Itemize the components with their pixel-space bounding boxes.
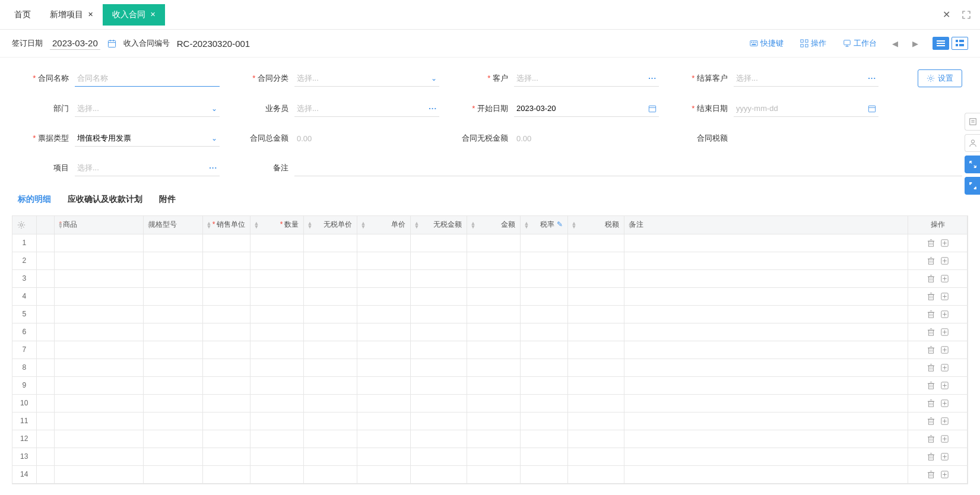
cell-spec[interactable] — [143, 341, 202, 358]
cell-notax-price[interactable] — [303, 287, 357, 305]
table-row[interactable]: 10 — [12, 394, 968, 412]
delete-icon[interactable] — [927, 399, 935, 407]
lookup-icon[interactable]: ··· — [868, 74, 876, 82]
cell-sale-unit[interactable] — [202, 448, 250, 465]
col-price[interactable]: ▲▼单价 — [357, 216, 410, 234]
cell-product[interactable] — [54, 341, 143, 358]
chevron-down-icon[interactable]: ⌄ — [211, 134, 217, 142]
cell-spec[interactable] — [143, 376, 202, 394]
cell-spec[interactable] — [143, 305, 202, 323]
delete-icon[interactable] — [927, 417, 935, 425]
cell-notax-amount[interactable] — [410, 376, 467, 394]
cell-notax-price[interactable] — [303, 358, 357, 376]
gear-column[interactable] — [12, 216, 36, 234]
cell-price[interactable] — [357, 305, 410, 323]
cell-tax-rate[interactable] — [520, 269, 567, 287]
tab-income-contract[interactable]: 收入合同 ✕ — [103, 4, 165, 26]
close-icon[interactable]: ✕ — [88, 11, 93, 18]
cell-price[interactable] — [357, 234, 410, 252]
settings-button[interactable]: 设置 — [918, 69, 962, 87]
cell-product[interactable] — [54, 358, 143, 376]
col-tax-rate[interactable]: ▲▼税率✎ — [520, 216, 567, 234]
col-notax-amount[interactable]: ▲▼无税金额 — [410, 216, 467, 234]
cell-product[interactable] — [54, 287, 143, 305]
cell-sale-unit[interactable] — [202, 358, 250, 376]
cell-price[interactable] — [357, 376, 410, 394]
cell-tax-rate[interactable] — [520, 234, 567, 252]
cell-product[interactable] — [54, 430, 143, 448]
lookup-icon[interactable]: ··· — [209, 163, 217, 172]
cell-qty[interactable] — [250, 341, 303, 358]
add-row-icon[interactable] — [941, 293, 949, 300]
cell-amount[interactable] — [467, 358, 520, 376]
add-row-icon[interactable] — [941, 435, 949, 443]
card-view-icon[interactable] — [952, 37, 968, 50]
add-row-icon[interactable] — [941, 453, 949, 461]
cell-qty[interactable] — [250, 430, 303, 448]
cell-remark[interactable] — [624, 430, 908, 448]
cell-tax-rate[interactable] — [520, 412, 567, 430]
cell-tax-rate[interactable] — [520, 287, 567, 305]
cell-tax[interactable] — [567, 358, 624, 376]
sort-icon[interactable]: ▲▼ — [471, 221, 476, 229]
cell-notax-price[interactable] — [303, 448, 357, 465]
subtab-attachment[interactable]: 附件 — [159, 189, 176, 210]
cell-remark[interactable] — [624, 341, 908, 358]
cell-amount[interactable] — [467, 269, 520, 287]
cell-remark[interactable] — [624, 287, 908, 305]
window-close-icon[interactable]: ✕ — [935, 9, 957, 20]
subtab-detail[interactable]: 标的明细 — [18, 189, 51, 210]
cell-qty[interactable] — [250, 305, 303, 323]
chevron-down-icon[interactable]: ⌄ — [211, 104, 217, 113]
cell-remark[interactable] — [624, 234, 908, 252]
cell-notax-amount[interactable] — [410, 412, 467, 430]
add-row-icon[interactable] — [941, 275, 949, 283]
cell-tax-rate[interactable] — [520, 358, 567, 376]
cell-notax-price[interactable] — [303, 305, 357, 323]
total-amount-input[interactable] — [294, 130, 439, 147]
cell-product[interactable] — [54, 323, 143, 341]
cell-tax-rate[interactable] — [520, 465, 567, 483]
cell-price[interactable] — [357, 341, 410, 358]
operate-button[interactable]: 操作 — [795, 36, 831, 51]
cell-notax-price[interactable] — [303, 252, 357, 269]
cell-remark[interactable] — [624, 376, 908, 394]
tab-new-project[interactable]: 新增项目 ✕ — [40, 4, 103, 26]
cell-qty[interactable] — [250, 412, 303, 430]
cell-remark[interactable] — [624, 269, 908, 287]
tab-home[interactable]: 首页 — [5, 4, 40, 26]
col-remark[interactable]: ▲▼备注 — [624, 216, 908, 234]
cell-price[interactable] — [357, 448, 410, 465]
cell-notax-amount[interactable] — [410, 394, 467, 412]
add-row-icon[interactable] — [941, 399, 949, 407]
start-date-input[interactable] — [514, 100, 659, 117]
cell-tax[interactable] — [567, 252, 624, 269]
cell-amount[interactable] — [467, 252, 520, 269]
sort-icon[interactable]: ▲▼ — [147, 221, 153, 229]
sign-date-value[interactable]: 2023-03-20 — [50, 37, 100, 50]
add-row-icon[interactable] — [941, 364, 949, 372]
cell-tax[interactable] — [567, 234, 624, 252]
cell-amount[interactable] — [467, 448, 520, 465]
cell-price[interactable] — [357, 252, 410, 269]
cell-amount[interactable] — [467, 394, 520, 412]
shortcut-button[interactable]: 快捷键 — [745, 36, 788, 51]
cell-tax[interactable] — [567, 341, 624, 358]
cell-tax[interactable] — [567, 465, 624, 483]
cell-notax-price[interactable] — [303, 376, 357, 394]
cell-tax[interactable] — [567, 412, 624, 430]
sort-icon[interactable]: ▲▼ — [207, 221, 212, 229]
cell-qty[interactable] — [250, 394, 303, 412]
cell-remark[interactable] — [624, 252, 908, 269]
delete-icon[interactable] — [927, 310, 935, 318]
project-select[interactable] — [75, 160, 220, 176]
cell-qty[interactable] — [250, 287, 303, 305]
cell-qty[interactable] — [250, 252, 303, 269]
sort-icon[interactable]: ▲▼ — [414, 221, 420, 229]
table-row[interactable]: 14 — [12, 465, 968, 483]
cell-sale-unit[interactable] — [202, 305, 250, 323]
cell-amount[interactable] — [467, 305, 520, 323]
sort-icon[interactable]: ▲▼ — [628, 221, 633, 229]
end-date-input[interactable] — [734, 100, 878, 117]
col-spec[interactable]: ▲▼规格型号 — [143, 216, 202, 234]
